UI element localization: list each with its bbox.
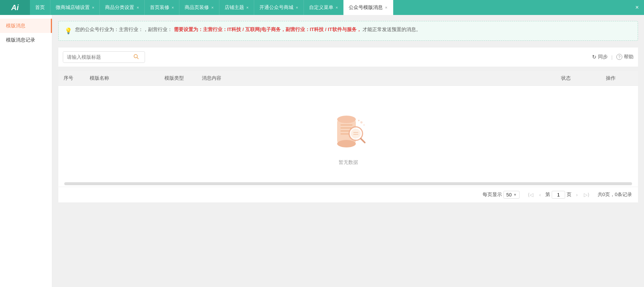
fake-scrollbar[interactable] (64, 182, 632, 185)
nav-tab-product-category-close[interactable]: × (136, 5, 139, 10)
notice-icon: 💡 (65, 26, 72, 36)
table-wrap: 序号 模版名称 模版类型 消息内容 状态 操作 (58, 71, 638, 202)
toolbar-right: ↻ 同步 | ? 帮助 (592, 54, 634, 60)
main-layout: 模版消息 模版消息记录 💡 您的公众号行业为：主营行业：，副营行业： 需要设置为… (0, 15, 644, 287)
search-button[interactable] (130, 52, 142, 62)
th-content: 消息内容 (197, 71, 556, 86)
nav-tab-custom-menu-label: 自定义菜单 (309, 4, 333, 11)
page-number-input[interactable] (552, 191, 565, 199)
nav-tab-open-mall[interactable]: 开通公众号商城 × (254, 0, 303, 15)
toolbar: ↻ 同步 | ? 帮助 (58, 48, 638, 67)
svg-point-16 (363, 124, 365, 126)
scrollbar-row (58, 181, 638, 187)
page-suffix: 页 (567, 191, 571, 198)
top-nav: Ai 首页 微商城店铺设置 × 商品分类设置 × 首页装修 × 商品页装修 × … (0, 0, 644, 15)
notice-box: 💡 您的公众号行业为：主营行业：，副营行业： 需要设置为：主营行业：IT科技 /… (58, 21, 638, 41)
page-total: 共0页，0条记录 (598, 191, 632, 198)
per-page-dropdown-icon: ▼ (513, 193, 517, 197)
svg-point-4 (337, 116, 356, 123)
sync-button[interactable]: ↻ 同步 (592, 54, 608, 60)
empty-text: 暂无数据 (66, 159, 631, 166)
table-header-row: 序号 模版名称 模版类型 消息内容 状态 操作 (58, 71, 638, 86)
logo: Ai (0, 0, 30, 15)
notice-highlight: 需要设置为：主营行业：IT科技 / 互联网|电子商务，副营行业：IT科技 / I… (174, 27, 361, 32)
nav-tab-custom-menu-close[interactable]: × (336, 5, 338, 10)
nav-tab-shop-theme-close[interactable]: × (246, 5, 249, 10)
empty-icon (326, 108, 371, 153)
nav-tab-home-decor-close[interactable]: × (172, 5, 174, 10)
page-prev-button[interactable]: ‹ (538, 191, 542, 198)
nav-tab-product-category-label: 商品分类设置 (105, 4, 134, 11)
nav-tab-shop-settings-label: 微商城店铺设置 (56, 4, 90, 11)
sync-icon: ↻ (592, 54, 597, 60)
svg-point-17 (358, 120, 360, 121)
svg-point-5 (337, 140, 356, 147)
nav-tab-template-msg-close[interactable]: × (385, 5, 387, 10)
page-size-select: 每页显示 50 ▼ (483, 191, 519, 199)
sidebar-item-template-msg-label: 模版消息 (6, 23, 25, 28)
page-last-button[interactable]: ▷⟩ (582, 191, 591, 198)
nav-tab-shop-settings[interactable]: 微商城店铺设置 × (50, 0, 100, 15)
sidebar-item-template-msg-record-label: 模版消息记录 (6, 37, 35, 43)
nav-tab-home-label: 首页 (35, 4, 45, 11)
empty-state: 暂无数据 (58, 86, 638, 181)
sidebar: 模版消息 模版消息记录 (0, 15, 52, 287)
th-name: 模版名称 (84, 71, 159, 86)
pagination: 每页显示 50 ▼ ⟨◁ ‹ 第 页 › ▷⟩ 共0页，0条记录 (58, 187, 638, 202)
nav-tab-shop-theme-label: 店铺主题 (225, 4, 244, 11)
sidebar-item-template-msg-record[interactable]: 模版消息记录 (0, 33, 52, 47)
th-status: 状态 (556, 71, 601, 86)
page-input-wrap: 第 页 (545, 191, 571, 199)
page-next-button[interactable]: › (574, 191, 579, 198)
empty-row: 暂无数据 (58, 85, 638, 181)
nav-tab-open-mall-close[interactable]: × (296, 5, 298, 10)
nav-tab-home-decor[interactable]: 首页装修 × (145, 0, 179, 15)
nav-tab-product-decor[interactable]: 商品页装修 × (179, 0, 219, 15)
nav-tab-product-decor-close[interactable]: × (211, 5, 213, 10)
search-input[interactable] (63, 52, 130, 62)
nav-tab-shop-theme[interactable]: 店铺主题 × (219, 0, 254, 15)
nav-tab-template-msg[interactable]: 公众号模版消息 × (343, 0, 393, 15)
nav-tab-template-msg-label: 公众号模版消息 (349, 4, 383, 11)
svg-line-1 (137, 57, 139, 59)
svg-point-11 (351, 129, 361, 138)
per-page-label: 每页显示 (483, 191, 502, 198)
help-icon: ? (616, 54, 622, 60)
help-button[interactable]: ? 帮助 (616, 54, 634, 60)
data-table: 序号 模版名称 模版类型 消息内容 状态 操作 (58, 71, 638, 181)
nav-tab-custom-menu[interactable]: 自定义菜单 × (304, 0, 343, 15)
nav-tab-home-decor-label: 首页装修 (150, 4, 169, 11)
th-action: 操作 (601, 71, 638, 86)
th-type: 模版类型 (159, 71, 197, 86)
nav-tab-product-category[interactable]: 商品分类设置 × (100, 0, 144, 15)
per-page-select[interactable]: 50 ▼ (503, 191, 519, 199)
svg-line-12 (361, 138, 365, 143)
th-index: 序号 (58, 71, 84, 86)
content-area: 💡 您的公众号行业为：主营行业：，副营行业： 需要设置为：主营行业：IT科技 /… (52, 15, 644, 287)
sidebar-item-template-msg[interactable]: 模版消息 (0, 19, 52, 33)
nav-tab-home[interactable]: 首页 (30, 0, 50, 15)
notice-text: 您的公众号行业为：主营行业：，副营行业： 需要设置为：主营行业：IT科技 / 互… (75, 26, 421, 34)
nav-tab-open-mall-label: 开通公众号商城 (259, 4, 293, 11)
svg-point-15 (360, 121, 363, 123)
nav-tab-shop-settings-close[interactable]: × (92, 5, 94, 10)
toolbar-divider: | (611, 54, 613, 60)
search-box (63, 51, 145, 63)
global-close-button[interactable]: × (630, 0, 644, 15)
page-first-button[interactable]: ⟨◁ (526, 191, 535, 198)
page-label: 第 (545, 191, 550, 198)
nav-tabs: 首页 微商城店铺设置 × 商品分类设置 × 首页装修 × 商品页装修 × 店铺主… (30, 0, 630, 15)
nav-tab-product-decor-label: 商品页装修 (185, 4, 209, 11)
